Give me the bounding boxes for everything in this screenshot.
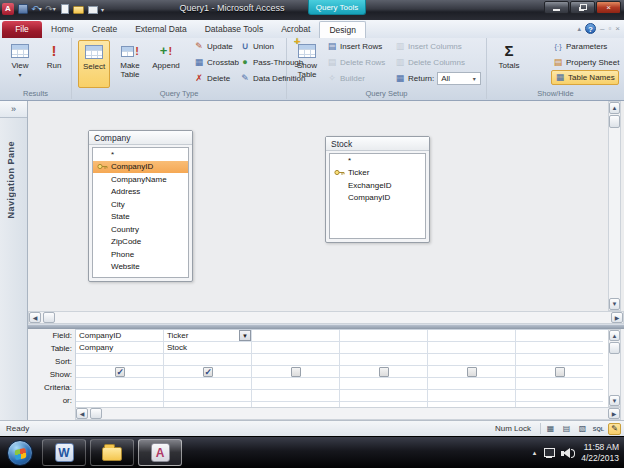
show-checkbox[interactable] — [467, 367, 477, 377]
taskbar-access-button[interactable] — [138, 439, 182, 466]
email-icon[interactable] — [87, 4, 98, 15]
table-card-title[interactable]: Stock — [326, 137, 429, 151]
vscroll-thumb[interactable] — [609, 115, 620, 128]
grid-cell-criteria[interactable] — [516, 378, 603, 390]
vscroll-thumb[interactable] — [609, 342, 620, 354]
grid-cell-sort[interactable] — [340, 354, 427, 366]
grid-hscrollbar[interactable]: ◀ ▶ — [75, 407, 621, 420]
insert-rows-button[interactable]: ▤Insert Rows — [327, 39, 382, 54]
union-button[interactable]: ∪Union — [240, 39, 274, 54]
scroll-right-icon[interactable]: ▶ — [611, 312, 623, 323]
datasheet-view-button[interactable]: ▦ — [544, 423, 557, 435]
table-field-row[interactable]: Address — [93, 186, 188, 199]
grid-cell-show[interactable] — [516, 366, 603, 378]
doc-minimize-icon[interactable]: – — [600, 25, 604, 33]
taskbar-explorer-button[interactable] — [90, 439, 134, 466]
diagram-vscrollbar[interactable]: ▲ ▼ — [608, 101, 621, 311]
close-button[interactable]: × — [596, 1, 621, 14]
expand-nav-pane-chevron[interactable]: » — [0, 101, 27, 118]
network-icon[interactable] — [542, 448, 555, 459]
delete-button[interactable]: ✗Delete — [194, 71, 230, 86]
grid-cell-field[interactable]: CompanyID — [76, 330, 163, 342]
table-card-company[interactable]: Company*CompanyIDCompanyNameAddressCityS… — [88, 130, 193, 282]
show-table-button[interactable]: + Show Table — [291, 40, 323, 88]
table-card-title[interactable]: Company — [89, 131, 192, 145]
totals-button[interactable]: Σ Totals — [493, 40, 525, 88]
grid-cell-table[interactable] — [340, 342, 427, 354]
scroll-down-icon[interactable]: ▼ — [609, 298, 620, 310]
table-names-button[interactable]: ▦Table Names — [551, 70, 619, 85]
run-button[interactable]: ! Run — [38, 40, 70, 88]
append-button[interactable]: +! Append — [149, 40, 183, 88]
view-button[interactable]: View▾ — [4, 40, 36, 88]
save-icon[interactable] — [17, 4, 28, 15]
grid-cell-or[interactable] — [252, 390, 339, 402]
table-field-row[interactable]: * — [93, 148, 188, 161]
doc-close-icon[interactable]: × — [615, 25, 620, 33]
property-sheet-button[interactable]: ▤Property Sheet — [553, 55, 619, 70]
minimize-ribbon-icon[interactable]: ▴ — [578, 25, 582, 33]
table-field-row[interactable]: City — [93, 198, 188, 211]
select-button[interactable]: Select — [78, 40, 110, 88]
table-card-stock[interactable]: Stock*TickerExchangeIDCompanyID — [325, 136, 430, 243]
grid-cell-table[interactable] — [428, 342, 515, 354]
grid-cell-table[interactable] — [516, 342, 603, 354]
update-button[interactable]: ✎Update — [194, 39, 233, 54]
taskbar-word-button[interactable] — [42, 439, 86, 466]
grid-cell-or[interactable] — [516, 390, 603, 402]
grid-cell-sort[interactable] — [164, 354, 251, 366]
grid-cell-or[interactable] — [428, 390, 515, 402]
grid-cell-criteria[interactable] — [76, 378, 163, 390]
scroll-up-icon[interactable]: ▲ — [609, 330, 620, 341]
table-field-row[interactable]: Ticker — [330, 167, 425, 180]
table-field-row[interactable]: Country — [93, 223, 188, 236]
table-field-row[interactable]: Website — [93, 261, 188, 274]
access-app-icon[interactable]: A — [2, 3, 14, 15]
redo-icon[interactable]: ↷▾ — [45, 4, 56, 15]
tab-create[interactable]: Create — [83, 21, 127, 38]
help-icon[interactable]: ? — [585, 23, 596, 34]
grid-cell-or[interactable] — [340, 390, 427, 402]
grid-cell-or[interactable] — [76, 390, 163, 402]
grid-cell-field[interactable] — [340, 330, 427, 342]
return-dropdown[interactable]: All▾ — [437, 72, 481, 85]
navigation-pane-collapsed[interactable]: » Navigation Pane — [0, 101, 28, 420]
grid-cell-field[interactable] — [428, 330, 515, 342]
grid-cell-criteria[interactable] — [252, 378, 339, 390]
grid-cell-field[interactable] — [252, 330, 339, 342]
grid-cell-sort[interactable] — [76, 354, 163, 366]
table-field-row[interactable]: CompanyName — [93, 173, 188, 186]
doc-restore-icon[interactable]: ▫ — [608, 25, 611, 33]
open-icon[interactable] — [73, 4, 84, 15]
grid-vscrollbar[interactable]: ▲ ▼ — [608, 329, 621, 407]
delete-columns-button[interactable]: ▥Delete Columns — [395, 55, 465, 70]
show-checkbox[interactable] — [203, 367, 213, 377]
make-table-button[interactable]: ! Make Table — [113, 40, 147, 88]
clock[interactable]: 11:58 AM 4/22/2013 — [581, 442, 619, 464]
restore-button[interactable] — [570, 1, 595, 14]
minimize-button[interactable] — [544, 1, 569, 14]
pivotchart-view-button[interactable]: ▧ — [576, 423, 589, 435]
tab-design[interactable]: Design — [319, 21, 365, 38]
scroll-left-icon[interactable]: ◀ — [29, 312, 41, 323]
table-field-row[interactable]: ZipCode — [93, 236, 188, 249]
pivottable-view-button[interactable]: ▤ — [560, 423, 573, 435]
grid-cell-show[interactable] — [76, 366, 163, 378]
grid-cell-criteria[interactable] — [164, 378, 251, 390]
tab-database-tools[interactable]: Database Tools — [196, 21, 272, 38]
grid-cell-sort[interactable] — [428, 354, 515, 366]
grid-cell-sort[interactable] — [516, 354, 603, 366]
hscroll-thumb[interactable] — [90, 408, 102, 419]
grid-cell-show[interactable] — [252, 366, 339, 378]
field-dropdown-button[interactable]: ▼ — [239, 330, 251, 341]
grid-cell-criteria[interactable] — [340, 378, 427, 390]
builder-button[interactable]: ✧Builder — [327, 71, 365, 86]
table-field-row[interactable]: CompanyID — [93, 161, 188, 174]
table-field-row[interactable]: CompanyID — [330, 192, 425, 205]
grid-cell-table[interactable]: Company — [76, 342, 163, 354]
design-view-button[interactable]: ✎ — [608, 423, 621, 435]
grid-cell-show[interactable] — [164, 366, 251, 378]
diagram-hscrollbar[interactable]: ◀ ▶ — [28, 311, 624, 324]
grid-cell-table[interactable] — [252, 342, 339, 354]
grid-cell-or[interactable] — [164, 390, 251, 402]
